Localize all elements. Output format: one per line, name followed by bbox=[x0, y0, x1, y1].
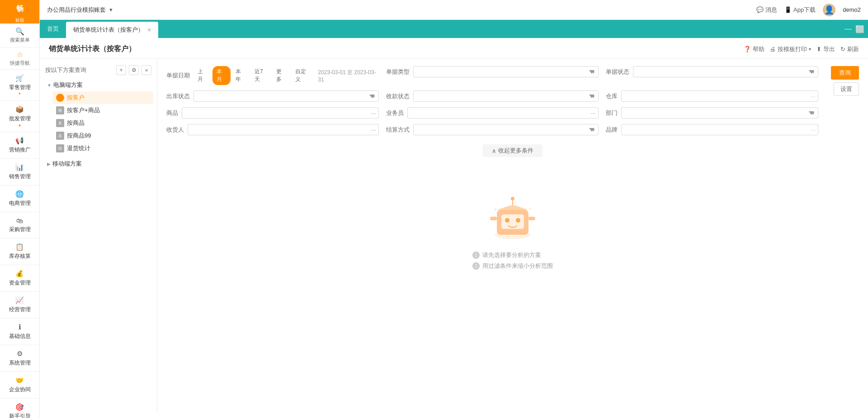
refresh-icon: ↻ bbox=[840, 46, 845, 52]
warehouse-dots[interactable]: ··· bbox=[810, 93, 816, 100]
goods-input[interactable] bbox=[182, 107, 379, 119]
tip-num-2: 2 bbox=[472, 262, 480, 270]
tree-parent-mobile[interactable]: ▶ 移动端方案 bbox=[43, 157, 153, 170]
sidebar-item-quicknav[interactable]: ☆ 快捷导航 bbox=[0, 48, 39, 70]
brand-dots[interactable]: ··· bbox=[810, 126, 816, 133]
sidebar-item-newbie[interactable]: 🎯 新手引导 bbox=[0, 399, 39, 418]
content-area: 按以下方案查询 + ⚙ « bbox=[40, 59, 868, 413]
out-status-select[interactable] bbox=[193, 90, 379, 102]
tree-child-by-customer[interactable]: 按客户 bbox=[52, 91, 153, 104]
receiver-dots[interactable]: ··· bbox=[371, 126, 376, 133]
help-icon: ❓ bbox=[744, 46, 751, 52]
avatar[interactable]: 👤 bbox=[823, 4, 835, 16]
edit-scheme-button[interactable]: ⚙ bbox=[129, 65, 139, 75]
collapse-button[interactable]: ∧ 收起更多条件 bbox=[483, 144, 542, 157]
export-label: 导出 bbox=[823, 45, 835, 53]
voucher-status-select[interactable] bbox=[633, 66, 818, 77]
export-button[interactable]: ⬆ 导出 bbox=[816, 45, 835, 53]
filter-row-2: 出库状态 ▾ 收款状态 ▾ bbox=[166, 90, 818, 102]
app-subtitle: 标版 bbox=[15, 17, 24, 24]
sidebar-item-purchase[interactable]: 🛍 采购管理 bbox=[0, 212, 39, 238]
tree-child-by-customer-goods[interactable]: 图 按客户+商品 bbox=[52, 104, 153, 117]
goods-dots[interactable]: ··· bbox=[371, 109, 376, 117]
tab-close-button[interactable]: × bbox=[147, 26, 151, 33]
date-tab-last-month[interactable]: 上月 bbox=[193, 66, 212, 85]
tree-child-by-goods[interactable]: 表 按商品 bbox=[52, 117, 153, 129]
minimize-button[interactable]: — bbox=[844, 25, 852, 33]
date-tab-7days[interactable]: 近7天 bbox=[250, 66, 271, 85]
sidebar-item-inventory[interactable]: 📋 库存核算 bbox=[0, 238, 39, 265]
topbar-left: 办公用品行业模拟账套 ▾ bbox=[47, 6, 113, 14]
fold-panel-button[interactable]: « bbox=[142, 65, 151, 75]
sidebar-item-finance[interactable]: 💰 资金管理 bbox=[0, 265, 39, 292]
add-scheme-button[interactable]: + bbox=[116, 65, 126, 75]
left-panel-header: 按以下方案查询 + ⚙ « bbox=[40, 63, 157, 79]
topbar-dropdown[interactable]: ▾ bbox=[109, 6, 113, 13]
warehouse-input[interactable] bbox=[621, 90, 818, 102]
salesperson-control: ··· bbox=[407, 107, 599, 119]
department-select[interactable] bbox=[621, 107, 818, 119]
left-panel-title: 按以下方案查询 bbox=[45, 66, 86, 74]
tree-child-returns[interactable]: 统 退货统计 bbox=[52, 142, 153, 155]
receiver-control: ··· bbox=[188, 124, 379, 135]
brand-input[interactable] bbox=[621, 124, 818, 135]
sidebar-item-sales[interactable]: 📊 销售管理 bbox=[0, 159, 39, 185]
date-label: 单据日期 bbox=[166, 71, 190, 80]
settlement-select[interactable] bbox=[413, 124, 599, 135]
tree-child-by-goods99[interactable]: 表 按商品99 bbox=[52, 129, 153, 142]
sidebar-item-system[interactable]: ⚙ 系统管理 bbox=[0, 345, 39, 372]
filters-area: 单据日期 上月 本月 本年 近7天 更多 自定义 2023-03-01 至 20… bbox=[166, 66, 818, 139]
tab-home[interactable]: 首页 bbox=[40, 20, 66, 38]
finance-label: 资金管理 bbox=[9, 279, 31, 287]
maximize-button[interactable]: ⬜ bbox=[855, 25, 864, 33]
sidebar-item-wholesale[interactable]: 📦 批发管理 ▲ bbox=[0, 101, 39, 132]
query-buttons: 查询 设置 bbox=[826, 66, 859, 139]
sidebar-item-search[interactable]: 🔍 搜索菜单 bbox=[0, 24, 39, 48]
print-button[interactable]: 🖨 按模板打印 ▾ bbox=[770, 45, 811, 53]
customer-scheme-icon bbox=[56, 94, 64, 102]
out-status-control: ▾ bbox=[193, 90, 379, 102]
receiver-input[interactable] bbox=[188, 124, 379, 135]
tree-parent-pc[interactable]: ▼ 电脑端方案 bbox=[43, 79, 153, 91]
date-tab-custom[interactable]: 自定义 bbox=[291, 66, 314, 85]
sidebar-item-basics[interactable]: ℹ 基础信息 bbox=[0, 318, 39, 345]
date-tab-more[interactable]: 更多 bbox=[272, 66, 290, 85]
tab-home-label: 首页 bbox=[47, 25, 59, 33]
username[interactable]: demo2 bbox=[843, 6, 861, 13]
inventory-icon: 📋 bbox=[15, 243, 24, 251]
app-download-button[interactable]: 📱 App下载 bbox=[784, 6, 816, 14]
receipt-status-control: ▾ bbox=[413, 90, 599, 102]
empty-tips: 1 请先选择要分析的方案 2 用过滤条件来缩小分析范围 bbox=[472, 251, 553, 273]
voucher-type-select[interactable] bbox=[413, 66, 599, 77]
tab-report[interactable]: 销货单统计计表（按客户） × bbox=[66, 22, 158, 38]
message-button[interactable]: 💬 消息 bbox=[756, 6, 777, 14]
voucher-type-control: ▾ bbox=[413, 66, 599, 77]
wholesale-icon: 📦 bbox=[15, 105, 24, 114]
warehouse-control: ··· bbox=[621, 90, 818, 102]
date-tab-this-year[interactable]: 本年 bbox=[231, 66, 250, 85]
svg-rect-11 bbox=[528, 217, 535, 220]
help-button[interactable]: ❓ 帮助 bbox=[744, 45, 764, 53]
marketing-icon: 📢 bbox=[15, 137, 24, 145]
refresh-button[interactable]: ↻ 刷新 bbox=[840, 45, 859, 53]
filter-and-buttons: 单据日期 上月 本月 本年 近7天 更多 自定义 2023-03-01 至 20… bbox=[166, 66, 859, 139]
returns-scheme-icon: 统 bbox=[56, 144, 64, 152]
sidebar-item-operations[interactable]: 📈 经营管理 bbox=[0, 292, 39, 318]
date-tab-this-month[interactable]: 本月 bbox=[212, 66, 231, 85]
salesperson-dots[interactable]: ··· bbox=[590, 109, 596, 117]
empty-illustration: ✦ ✦ bbox=[486, 190, 540, 244]
brand-label: 品牌 bbox=[606, 126, 618, 134]
sidebar-item-collab[interactable]: 🤝 企业协同 bbox=[0, 372, 39, 399]
query-button[interactable]: 查询 bbox=[831, 66, 859, 80]
salesperson-input[interactable] bbox=[407, 107, 599, 119]
app-logo[interactable]: 畅 标版 bbox=[0, 0, 40, 24]
sidebar-item-marketing[interactable]: 📢 营销推广 bbox=[0, 132, 39, 159]
receipt-status-select[interactable] bbox=[413, 90, 599, 102]
collapse-label: 收起更多条件 bbox=[498, 147, 533, 155]
empty-state: ✦ ✦ 1 请先选择要分析的方案 2 用过滤条件来缩小分析范围 bbox=[166, 162, 859, 300]
sidebar-item-retail[interactable]: 🛒 零售管理 ▾ bbox=[0, 70, 39, 101]
department-filter: 部门 ▾ bbox=[606, 107, 818, 119]
sidebar-item-ecommerce[interactable]: 🌐 电商管理 bbox=[0, 185, 39, 212]
tree-section: ▼ 电脑端方案 按客户 图 按客户+商品 bbox=[40, 79, 157, 170]
settings-button[interactable]: 设置 bbox=[834, 82, 859, 96]
